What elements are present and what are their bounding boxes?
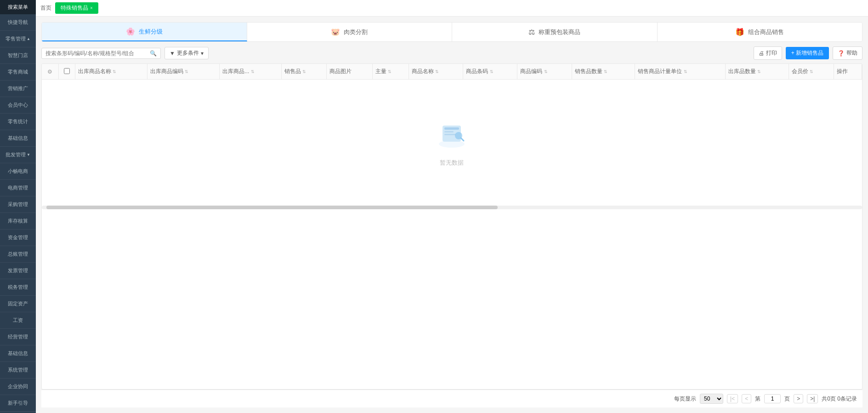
sort-icon: ⇅ [490,69,494,74]
print-button[interactable]: 🖨 打印 [754,46,782,60]
th-sale-qty[interactable]: 销售品数量 ⇅ [572,64,635,80]
sidebar-item-system-mgmt[interactable]: 系统管理 [0,362,36,379]
svg-rect-2 [444,127,459,130]
th-sale-unit[interactable]: 销售商品计量单位 ⇅ [635,64,726,80]
sidebar-search[interactable]: 搜索菜单 [0,0,36,14]
sidebar-item-purchase-mgmt[interactable]: 采购管理 [0,196,36,213]
th-product-code[interactable]: 商品编码 ⇅ [517,64,572,80]
sort-icon: ⇅ [684,69,687,74]
page-number-input[interactable] [764,394,781,403]
first-page-button[interactable]: |< [727,394,738,403]
sidebar-item-marketing[interactable]: 营销推广 [0,80,36,97]
sort-icon: ⇅ [544,69,548,74]
nav-home[interactable]: 首页 [40,4,51,12]
th-setting[interactable]: ⚙ [42,64,58,80]
sidebar-item-tax-mgmt[interactable]: 税务管理 [0,279,36,296]
horizontal-scrollbar[interactable] [42,206,862,209]
per-page-label: 每页显示 [674,395,696,403]
sidebar-item-fixed-assets[interactable]: 固定资产 [0,296,36,312]
sidebar-item-mini-ecom[interactable]: 小畅电商 [0,163,36,180]
th-product-name[interactable]: 商品名称 ⇅ [409,64,463,80]
sidebar-item-basic-info[interactable]: 基础信息 [0,130,36,147]
svg-rect-4 [444,134,456,135]
tab-row: 🌸 生鲜分级 🐷 肉类分割 ⚖ 称重预包装商品 🎁 组合商品销售 [41,22,862,42]
sort-icon: ⇅ [757,69,761,74]
th-product-img[interactable]: 商品图片 [327,64,373,80]
page-body: 🌸 生鲜分级 🐷 肉类分割 ⚖ 称重预包装商品 🎁 组合商品销售 🔍 [36,17,868,413]
sidebar-search-label: 搜索菜单 [8,4,28,10]
scale-prepack-icon: ⚖ [528,28,535,36]
th-sale-item[interactable]: 销售品 ⇅ [281,64,327,80]
help-icon: ❓ [838,50,845,57]
sidebar-item-smart-store[interactable]: 智慧门店 [0,47,36,64]
th-checkbox[interactable] [58,64,75,80]
print-icon: 🖨 [759,50,764,57]
sidebar-item-invoice-mgmt[interactable]: 发票管理 [0,263,36,279]
th-operation: 操作 [834,64,862,80]
sort-icon: ⇅ [185,69,188,74]
empty-state: 暂无数据 [42,80,862,204]
tab-fresh-grading[interactable]: 🌸 生鲜分级 [42,23,247,41]
add-button[interactable]: + 新增销售品 [786,47,829,59]
sidebar: 搜索菜单 快捷导航 零售管理 ▲ 智慧门店 零售商城 营销推广 会员中心 零售统… [0,0,36,413]
tab-scale-prepack[interactable]: ⚖ 称重预包装商品 [452,23,658,41]
empty-text: 暂无数据 [440,159,464,167]
select-all-checkbox[interactable] [64,68,70,74]
th-out-spec[interactable]: 出库商品... ⇅ [220,64,282,80]
svg-rect-3 [444,131,454,132]
data-table: ⚙ 出库商品名称 ⇅ 出库商品编码 ⇅ 出库商品... ⇅ 销售品 ⇅ 商品图片… [42,64,862,204]
main-content: 首页 特殊销售品 × 🌸 生鲜分级 🐷 肉类分割 ⚖ 称重预包装商品 🎁 组合商… [36,0,868,413]
sidebar-item-quick-nav[interactable]: 快捷导航 [0,14,36,31]
total-label: 共0页 0条记录 [822,395,857,403]
sort-icon: ⇅ [435,69,439,74]
sidebar-item-inventory[interactable]: 库存核算 [0,213,36,229]
sidebar-item-salary[interactable]: 工资 [0,312,36,329]
th-barcode[interactable]: 商品条码 ⇅ [463,64,517,80]
th-out-qty[interactable]: 出库品数量 ⇅ [726,64,789,80]
th-out-name[interactable]: 出库商品名称 ⇅ [75,64,147,80]
sidebar-item-fund-mgmt[interactable]: 资金管理 [0,229,36,246]
prev-page-button[interactable]: < [742,394,751,403]
sidebar-item-ops-mgmt[interactable]: 经营管理 [0,329,36,345]
per-page-select[interactable]: 10 20 50 100 [700,394,723,404]
sidebar-item-ecom-mgmt[interactable]: 电商管理 [0,180,36,196]
nav-tab-special-sales[interactable]: 特殊销售品 × [55,2,98,14]
sort-icon: ⇅ [810,69,813,74]
sort-icon: ⇅ [388,69,391,74]
tab-meat-cutting[interactable]: 🐷 肉类分割 [247,23,453,41]
sidebar-item-newbie[interactable]: 新手引导 [0,395,36,412]
sort-icon: ⇅ [113,69,116,74]
last-page-button[interactable]: >| [807,394,818,403]
th-main-weight[interactable]: 主量 ⇅ [373,64,409,80]
page-label-before: 第 [755,395,760,403]
th-member-price[interactable]: 会员价 ⇅ [789,64,834,80]
filter-button[interactable]: ▼ 更多条件 ▾ [165,47,209,59]
pagination-bar: 每页显示 10 20 50 100 |< < 第 页 > >| 共0页 0条记录 [41,390,862,407]
next-page-button[interactable]: > [794,394,803,403]
th-out-code[interactable]: 出库商品编码 ⇅ [147,64,219,80]
sidebar-item-retail-mgmt[interactable]: 零售管理 ▲ [0,31,36,47]
close-icon[interactable]: × [90,6,93,11]
sidebar-item-company-agreement[interactable]: 企业协同 [0,379,36,395]
sidebar-item-retail-mall[interactable]: 零售商城 [0,64,36,80]
help-button[interactable]: ❓ 帮助 [833,46,862,60]
data-table-container: ⚙ 出库商品名称 ⇅ 出库商品编码 ⇅ 出库商品... ⇅ 销售品 ⇅ 商品图片… [41,63,862,390]
sidebar-item-retail-stats[interactable]: 零售统计 [0,114,36,130]
sidebar-item-general-ledger[interactable]: 总账管理 [0,246,36,263]
search-input[interactable] [45,50,148,57]
top-nav: 首页 特殊销售品 × [36,0,868,17]
toolbar: 🔍 ▼ 更多条件 ▾ 🖨 打印 + 新增销售品 ❓ 帮助 [41,46,862,60]
tab-combo-sales[interactable]: 🎁 组合商品销售 [658,23,862,41]
filter-icon: ▼ [170,50,175,57]
sidebar-item-wholesale-mgmt[interactable]: 批发管理 ▼ [0,147,36,163]
sidebar-item-member-center[interactable]: 会员中心 [0,97,36,114]
empty-icon [433,116,470,153]
sort-icon: ⇅ [251,69,255,74]
scrollbar-thumb[interactable] [46,206,498,209]
sidebar-item-basic-info2[interactable]: 基础信息 [0,345,36,362]
sort-icon: ⇅ [604,69,607,74]
sort-icon: ⇅ [302,69,306,74]
page-label: 页 [784,395,790,403]
toolbar-left: 🔍 ▼ 更多条件 ▾ [41,47,209,59]
search-box[interactable]: 🔍 [41,48,161,59]
